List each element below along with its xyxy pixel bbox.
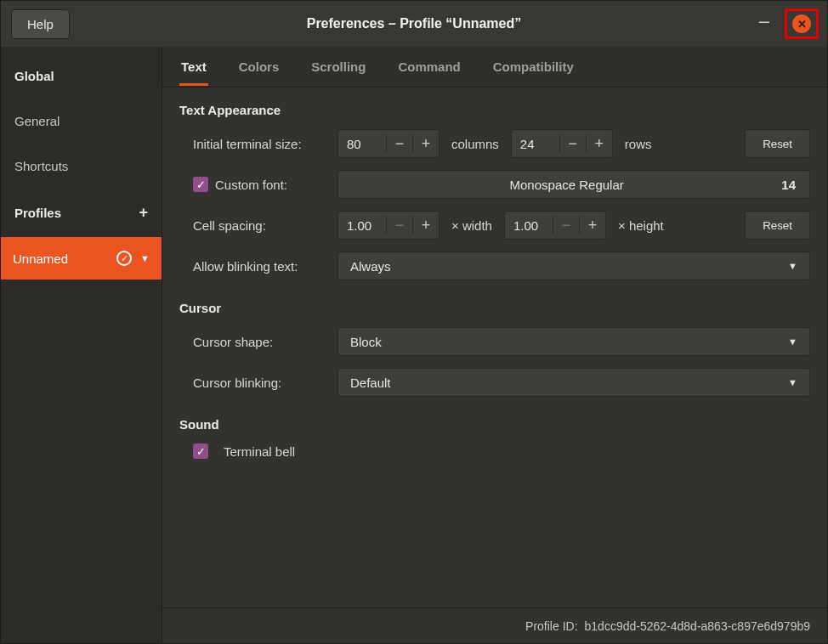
cursor-blinking-value: Default xyxy=(350,376,391,390)
label-custom-font: Custom font: xyxy=(215,178,287,192)
minimize-button[interactable]: – xyxy=(759,12,769,31)
label-initial-size: Initial terminal size: xyxy=(179,137,329,151)
section-sound: Sound xyxy=(179,417,810,432)
columns-stepper[interactable]: 80 − + xyxy=(337,129,440,158)
titlebar: Help Preferences – Profile “Unnamed” – ✕ xyxy=(1,1,827,47)
checkbox-checked-icon: ✓ xyxy=(193,443,208,459)
profiles-label: Profiles xyxy=(14,206,61,220)
row-cursor-shape: Cursor shape: Block ▼ xyxy=(179,327,810,356)
tab-scrolling[interactable]: Scrolling xyxy=(309,48,367,86)
close-button[interactable]: ✕ xyxy=(792,14,811,33)
rows-stepper[interactable]: 24 − + xyxy=(511,129,613,158)
sidebar-profile-unnamed[interactable]: Unnamed ✓ ▼ xyxy=(1,237,162,280)
height-stepper[interactable]: 1.00 − + xyxy=(504,211,606,240)
sidebar-heading-global: Global xyxy=(1,54,162,99)
height-value: 1.00 xyxy=(505,218,553,233)
preferences-window: Help Preferences – Profile “Unnamed” – ✕… xyxy=(0,0,828,644)
window-title: Preferences – Profile “Unnamed” xyxy=(1,16,827,31)
footer: Profile ID: b1dcc9dd-5262-4d8d-a863-c897… xyxy=(162,607,827,643)
row-initial-size: Initial terminal size: 80 − + columns 24… xyxy=(179,129,810,158)
tab-content: Text Appearance Initial terminal size: 8… xyxy=(162,88,827,607)
section-cursor: Cursor xyxy=(179,301,810,315)
custom-font-toggle[interactable]: ✓ Custom font: xyxy=(179,177,329,192)
blinking-text-value: Always xyxy=(350,259,391,274)
tabbar: Text Colors Scrolling Command Compatibil… xyxy=(162,47,827,88)
rows-unit: rows xyxy=(621,137,655,151)
section-text-appearance: Text Appearance xyxy=(179,103,810,117)
height-minus-icon[interactable]: − xyxy=(553,217,579,233)
tab-compatibility[interactable]: Compatibility xyxy=(491,48,576,86)
columns-plus-icon[interactable]: + xyxy=(413,136,439,151)
width-plus-icon[interactable]: + xyxy=(413,217,439,233)
rows-value: 24 xyxy=(512,137,559,151)
sidebar-item-general[interactable]: General xyxy=(1,99,162,144)
height-plus-icon[interactable]: + xyxy=(580,217,605,233)
row-cell-spacing: Cell spacing: 1.00 − + × width 1.00 − xyxy=(179,211,810,240)
width-stepper[interactable]: 1.00 − + xyxy=(337,211,440,240)
sidebar: Global General Shortcuts Profiles + Unna… xyxy=(1,47,162,643)
reset-spacing-button[interactable]: Reset xyxy=(745,211,810,240)
sidebar-heading-profiles: Profiles + xyxy=(1,189,162,237)
columns-value: 80 xyxy=(338,137,386,151)
tab-text[interactable]: Text xyxy=(179,48,208,86)
width-unit: × width xyxy=(448,218,496,233)
terminal-bell-toggle[interactable]: ✓ Terminal bell xyxy=(179,443,810,459)
label-cell-spacing: Cell spacing: xyxy=(179,218,329,233)
profile-id-label: Profile ID: xyxy=(525,619,577,633)
sidebar-item-shortcuts[interactable]: Shortcuts xyxy=(1,144,162,189)
close-icon: ✕ xyxy=(797,18,807,31)
body: Global General Shortcuts Profiles + Unna… xyxy=(1,47,827,643)
profile-id-value: b1dcc9dd-5262-4d8d-a863-c897e6d979b9 xyxy=(585,619,810,633)
columns-minus-icon[interactable]: − xyxy=(387,136,412,151)
add-profile-button[interactable]: + xyxy=(139,204,148,222)
cursor-shape-value: Block xyxy=(350,335,382,349)
font-size: 14 xyxy=(781,178,796,192)
window-controls: – ✕ xyxy=(759,8,819,39)
close-button-highlight: ✕ xyxy=(785,8,819,39)
blinking-text-dropdown[interactable]: Always ▼ xyxy=(337,251,810,280)
tab-colors[interactable]: Colors xyxy=(237,48,281,86)
height-unit: × height xyxy=(615,218,667,233)
chevron-down-icon[interactable]: ▼ xyxy=(140,253,150,263)
label-cursor-blinking: Cursor blinking: xyxy=(179,376,329,390)
cursor-blinking-dropdown[interactable]: Default ▼ xyxy=(337,368,810,397)
label-blinking-text: Allow blinking text: xyxy=(179,259,329,274)
row-blinking-text: Allow blinking text: Always ▼ xyxy=(179,251,810,280)
width-value: 1.00 xyxy=(338,218,386,233)
chevron-down-icon: ▼ xyxy=(788,336,797,347)
row-cursor-blinking: Cursor blinking: Default ▼ xyxy=(179,368,810,397)
tab-command[interactable]: Command xyxy=(396,48,462,86)
width-minus-icon[interactable]: − xyxy=(387,217,412,233)
cursor-shape-dropdown[interactable]: Block ▼ xyxy=(337,327,810,356)
reset-size-button[interactable]: Reset xyxy=(745,129,810,158)
chevron-down-icon: ▼ xyxy=(788,261,797,271)
check-circle-icon: ✓ xyxy=(116,251,132,266)
label-cursor-shape: Cursor shape: xyxy=(179,335,329,349)
checkbox-checked-icon: ✓ xyxy=(193,177,208,192)
rows-minus-icon[interactable]: − xyxy=(560,136,586,151)
main-panel: Text Colors Scrolling Command Compatibil… xyxy=(162,47,827,643)
chevron-down-icon: ▼ xyxy=(788,377,797,387)
columns-unit: columns xyxy=(448,137,502,151)
rows-plus-icon[interactable]: + xyxy=(587,136,612,151)
font-name: Monospace Regular xyxy=(352,178,781,192)
label-terminal-bell: Terminal bell xyxy=(224,444,295,459)
profile-name: Unnamed xyxy=(13,251,108,266)
font-chooser-button[interactable]: Monospace Regular 14 xyxy=(337,170,810,199)
help-button[interactable]: Help xyxy=(11,9,70,39)
row-custom-font: ✓ Custom font: Monospace Regular 14 xyxy=(179,170,810,199)
